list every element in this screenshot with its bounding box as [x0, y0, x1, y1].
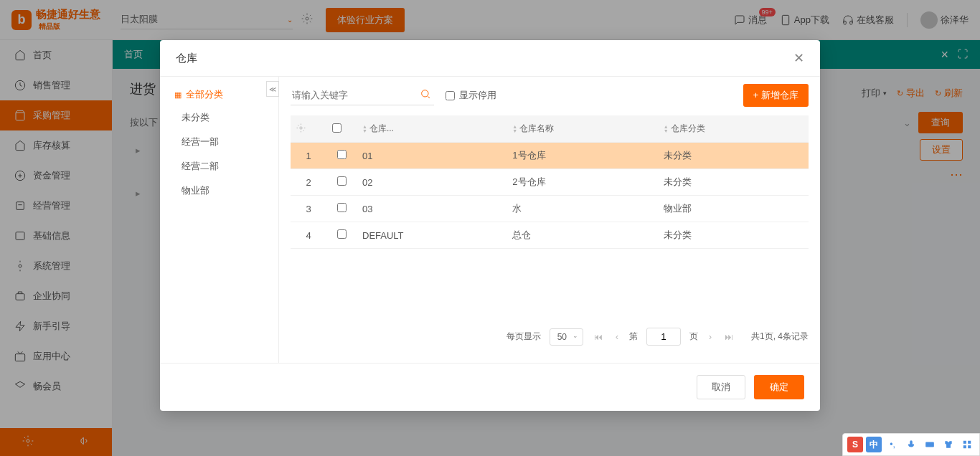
grid-icon: ▦ [174, 90, 182, 100]
search-icon[interactable] [420, 88, 431, 102]
pagination-summary: 共1页, 4条记录 [751, 331, 809, 343]
confirm-button[interactable]: 确定 [754, 375, 804, 399]
first-page-icon[interactable]: ⏮ [592, 332, 605, 342]
table-row[interactable]: 2 02 2号仓库 未分类 [291, 169, 809, 196]
collapse-sidebar-icon[interactable]: ≪ [266, 81, 279, 97]
page-input[interactable] [646, 328, 681, 346]
row-checkbox[interactable] [337, 229, 347, 239]
svg-rect-22 [968, 445, 971, 448]
category-item[interactable]: 经营一部 [160, 130, 278, 154]
svg-rect-19 [963, 441, 966, 444]
ime-skin-icon[interactable] [941, 437, 956, 452]
gear-column-icon[interactable] [291, 115, 326, 143]
category-sidebar: ≪ ▦ 全部分类 未分类 经营一部 经营二部 物业部 [160, 77, 279, 363]
ime-tools-icon[interactable] [959, 437, 975, 452]
warehouse-table: ▲▼仓库... ▲▼仓库名称 ▲▼仓库分类 1 01 1号仓库 未分类 [291, 115, 809, 249]
table-row[interactable]: 1 01 1号仓库 未分类 [291, 143, 809, 169]
svg-rect-18 [925, 442, 934, 447]
column-code[interactable]: ▲▼仓库... [357, 115, 507, 143]
add-warehouse-button[interactable]: + 新增仓库 [743, 84, 809, 107]
modal-title: 仓库 [176, 52, 197, 65]
pagination: 每页显示 50 ⌄ ⏮ ‹ 第 页 › ⏭ 共1页, 4条记录 [291, 318, 809, 356]
svg-rect-21 [963, 445, 966, 448]
category-item[interactable]: 经营二部 [160, 154, 278, 179]
prev-page-icon[interactable]: ‹ [613, 332, 621, 342]
ime-keyboard-icon[interactable] [922, 437, 938, 452]
svg-rect-20 [968, 441, 971, 444]
ime-mic-icon[interactable] [903, 437, 919, 452]
category-item[interactable]: 物业部 [160, 179, 278, 203]
search-input-wrapper [291, 85, 434, 105]
svg-line-16 [428, 96, 430, 98]
column-name[interactable]: ▲▼仓库名称 [507, 115, 657, 143]
table-row[interactable]: 3 03 水 物业部 [291, 196, 809, 222]
next-page-icon[interactable]: › [707, 332, 714, 342]
ime-sogou-icon[interactable]: S [847, 437, 863, 452]
svg-point-15 [422, 90, 428, 97]
close-icon[interactable]: ✕ [793, 50, 804, 66]
cancel-button[interactable]: 取消 [697, 375, 745, 399]
modal-overlay: 仓库 ✕ ≪ ▦ 全部分类 未分类 经营一部 经营二部 物业部 [0, 0, 980, 456]
category-item[interactable]: 未分类 [160, 105, 278, 130]
search-input[interactable] [291, 85, 434, 105]
select-all-checkbox[interactable] [332, 123, 341, 133]
page-size-select[interactable]: 50 ⌄ [550, 328, 583, 346]
category-all[interactable]: ▦ 全部分类 [160, 84, 278, 105]
row-checkbox[interactable] [337, 203, 347, 212]
show-disabled-checkbox[interactable]: 显示停用 [446, 89, 496, 102]
row-checkbox[interactable] [337, 150, 347, 159]
ime-zh-icon[interactable]: 中 [866, 437, 882, 452]
ime-punct-icon[interactable]: •, [885, 437, 900, 452]
warehouse-modal: 仓库 ✕ ≪ ▦ 全部分类 未分类 经营一部 经营二部 物业部 [160, 40, 820, 411]
last-page-icon[interactable]: ⏭ [722, 332, 735, 342]
table-row[interactable]: 4 DEFAULT 总仓 未分类 [291, 222, 809, 249]
row-checkbox[interactable] [337, 176, 347, 186]
column-category[interactable]: ▲▼仓库分类 [658, 115, 809, 143]
ime-toolbar: S 中 •, [842, 433, 980, 456]
svg-point-17 [300, 126, 302, 128]
